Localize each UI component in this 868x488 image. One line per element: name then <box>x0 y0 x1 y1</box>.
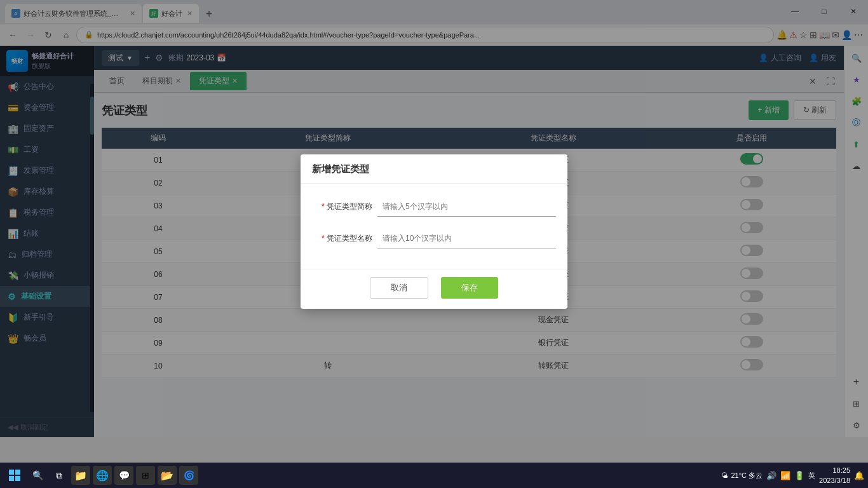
taskbar-multitask-button[interactable]: ⧉ <box>50 466 69 485</box>
taskbar-volume-icon[interactable]: 📶 <box>780 471 790 480</box>
full-name-input[interactable] <box>377 229 556 248</box>
taskbar-wechat-button[interactable]: 💬 <box>114 466 133 485</box>
full-name-label: * 凭证类型名称 <box>312 233 372 244</box>
modal-overlay: 新增凭证类型 * 凭证类型简称 * 凭证类型名称 取消 保存 <box>0 0 868 463</box>
cancel-button[interactable]: 取消 <box>370 277 428 299</box>
taskbar-chrome-button[interactable]: 🌐 <box>93 466 112 485</box>
save-button[interactable]: 保存 <box>441 277 498 299</box>
short-name-row: * 凭证类型简称 <box>312 198 556 217</box>
modal-body: * 凭证类型简称 * 凭证类型名称 <box>301 184 567 269</box>
taskbar-notification-button[interactable]: 🔔 <box>854 471 864 480</box>
taskbar: 🔍 ⧉ 📁 🌐 💬 ⊞ 📂 🌀 🌤 21°C 多云 🔊 📶 🔋 英 18:25 … <box>0 463 868 488</box>
taskbar-network-icon[interactable]: 🔊 <box>766 471 776 480</box>
start-button[interactable] <box>4 464 25 486</box>
taskbar-search-button[interactable]: 🔍 <box>28 466 47 485</box>
taskbar-lang-button[interactable]: 英 <box>808 471 815 480</box>
modal-dialog: 新增凭证类型 * 凭证类型简称 * 凭证类型名称 取消 保存 <box>301 154 567 309</box>
taskbar-datetime[interactable]: 18:25 2023/3/18 <box>819 465 850 486</box>
taskbar-app4-button[interactable]: ⊞ <box>136 466 155 485</box>
taskbar-explorer-button[interactable]: 📁 <box>71 466 90 485</box>
modal-header: 新增凭证类型 <box>301 154 567 184</box>
modal-footer: 取消 保存 <box>301 269 567 309</box>
taskbar-right-area: 🌤 21°C 多云 🔊 📶 🔋 英 18:25 2023/3/18 🔔 <box>721 465 864 486</box>
taskbar-weather: 🌤 21°C 多云 <box>721 471 763 480</box>
full-name-row: * 凭证类型名称 <box>312 229 556 248</box>
taskbar-folder-button[interactable]: 📂 <box>158 466 177 485</box>
short-name-label: * 凭证类型简称 <box>312 201 372 212</box>
taskbar-battery-icon[interactable]: 🔋 <box>794 471 804 480</box>
weather-icon: 🌤 <box>721 471 728 479</box>
taskbar-edge-button[interactable]: 🌀 <box>179 466 198 485</box>
short-name-input[interactable] <box>377 198 556 217</box>
